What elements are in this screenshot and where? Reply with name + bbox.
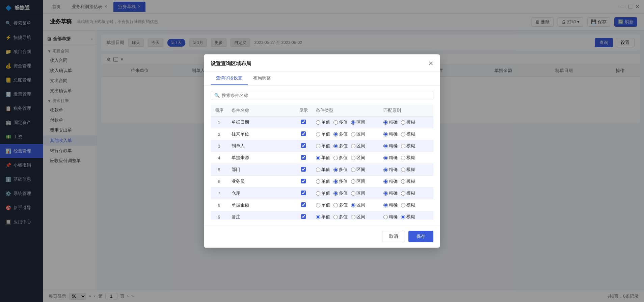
condition-type-radio-item[interactable]: 多值 — [333, 143, 348, 149]
match-rule-radio-item[interactable]: 精确 — [383, 143, 398, 149]
condition-type-radio-item[interactable]: 单值 — [316, 214, 330, 220]
condition-type-radio-item[interactable]: 多值 — [333, 119, 348, 125]
modal-cancel-button[interactable]: 取消 — [382, 231, 405, 242]
row-show-cell[interactable] — [295, 152, 312, 164]
show-checkbox[interactable] — [301, 143, 306, 148]
condition-type-radio-item[interactable]: 区间 — [351, 143, 365, 149]
condition-type-radio[interactable] — [351, 215, 355, 219]
match-rule-radio-item[interactable]: 精确 — [383, 131, 398, 137]
row-show-cell[interactable] — [295, 187, 312, 199]
condition-type-radio-item[interactable]: 单值 — [316, 119, 330, 125]
row-show-cell[interactable] — [295, 164, 312, 176]
condition-type-radio[interactable] — [351, 203, 355, 207]
match-rule-radio-item[interactable]: 精确 — [383, 178, 398, 184]
show-checkbox[interactable] — [301, 131, 306, 136]
condition-type-radio[interactable] — [333, 179, 338, 184]
row-show-cell[interactable] — [295, 140, 312, 152]
condition-type-radio-item[interactable]: 多值 — [333, 178, 348, 184]
condition-type-radio[interactable] — [333, 168, 338, 172]
match-rule-radio-item[interactable]: 模糊 — [401, 202, 415, 208]
show-checkbox[interactable] — [301, 167, 306, 172]
match-rule-radio[interactable] — [401, 191, 405, 196]
match-rule-radio-item[interactable]: 模糊 — [401, 143, 415, 149]
condition-type-radio-item[interactable]: 单值 — [316, 202, 330, 208]
show-checkbox[interactable] — [301, 214, 306, 219]
row-show-cell[interactable] — [295, 117, 312, 128]
condition-type-radio-item[interactable]: 区间 — [351, 190, 365, 196]
condition-type-radio-item[interactable]: 单值 — [316, 190, 330, 196]
modal-tab-query-fields[interactable]: 查询字段设置 — [211, 72, 248, 85]
show-checkbox[interactable] — [301, 179, 306, 183]
match-rule-radio-item[interactable]: 模糊 — [401, 214, 415, 220]
condition-type-radio[interactable] — [333, 132, 338, 136]
condition-type-radio-item[interactable]: 区间 — [351, 214, 365, 220]
match-rule-radio-item[interactable]: 模糊 — [401, 155, 415, 161]
condition-type-radio-item[interactable]: 区间 — [351, 155, 365, 161]
match-rule-radio[interactable] — [401, 120, 405, 125]
condition-type-radio-item[interactable]: 多值 — [333, 155, 348, 161]
condition-type-radio-item[interactable]: 区间 — [351, 202, 365, 208]
condition-type-radio-item[interactable]: 区间 — [351, 178, 365, 184]
match-rule-radio[interactable] — [383, 203, 388, 207]
match-rule-radio[interactable] — [383, 179, 388, 184]
condition-type-radio-item[interactable]: 区间 — [351, 119, 365, 125]
condition-type-radio[interactable] — [333, 156, 338, 160]
condition-type-radio-item[interactable]: 单值 — [316, 155, 330, 161]
match-rule-radio-item[interactable]: 精确 — [383, 214, 398, 220]
condition-type-radio-item[interactable]: 单值 — [316, 178, 330, 184]
condition-type-radio[interactable] — [351, 120, 355, 125]
condition-type-radio[interactable] — [351, 168, 355, 172]
condition-type-radio[interactable] — [316, 215, 320, 219]
match-rule-radio[interactable] — [401, 168, 405, 172]
condition-type-radio-item[interactable]: 单值 — [316, 143, 330, 149]
condition-type-radio[interactable] — [351, 179, 355, 184]
condition-type-radio[interactable] — [316, 179, 320, 184]
condition-type-radio[interactable] — [333, 191, 338, 196]
match-rule-radio-item[interactable]: 模糊 — [401, 178, 415, 184]
condition-type-radio[interactable] — [316, 168, 320, 172]
match-rule-radio[interactable] — [401, 132, 405, 136]
condition-type-radio[interactable] — [316, 144, 320, 148]
condition-type-radio-item[interactable]: 多值 — [333, 190, 348, 196]
condition-type-radio[interactable] — [316, 191, 320, 196]
show-checkbox[interactable] — [301, 155, 306, 160]
match-rule-radio[interactable] — [401, 144, 405, 148]
match-rule-radio[interactable] — [383, 156, 388, 160]
condition-type-radio-item[interactable]: 多值 — [333, 214, 348, 220]
match-rule-radio-item[interactable]: 精确 — [383, 119, 398, 125]
match-rule-radio[interactable] — [383, 168, 388, 172]
row-show-cell[interactable] — [295, 176, 312, 187]
condition-type-radio[interactable] — [333, 215, 338, 219]
match-rule-radio-item[interactable]: 模糊 — [401, 190, 415, 196]
modal-tab-layout[interactable]: 布局调整 — [248, 72, 276, 85]
condition-type-radio-item[interactable]: 多值 — [333, 131, 348, 137]
match-rule-radio-item[interactable]: 精确 — [383, 202, 398, 208]
condition-type-radio-item[interactable]: 单值 — [316, 131, 330, 137]
match-rule-radio-item[interactable]: 精确 — [383, 155, 398, 161]
condition-type-radio[interactable] — [351, 144, 355, 148]
match-rule-radio-item[interactable]: 模糊 — [401, 131, 415, 137]
match-rule-radio[interactable] — [401, 203, 405, 207]
match-rule-radio[interactable] — [383, 132, 388, 136]
match-rule-radio[interactable] — [383, 144, 388, 148]
match-rule-radio[interactable] — [401, 215, 405, 219]
condition-type-radio-item[interactable]: 多值 — [333, 167, 348, 173]
row-show-cell[interactable] — [295, 199, 312, 211]
condition-type-radio[interactable] — [316, 120, 320, 125]
show-checkbox[interactable] — [301, 120, 306, 124]
match-rule-radio-item[interactable]: 模糊 — [401, 119, 415, 125]
match-rule-radio-item[interactable]: 精确 — [383, 167, 398, 173]
modal-save-button[interactable]: 保存 — [408, 231, 433, 242]
condition-type-radio[interactable] — [316, 156, 320, 160]
match-rule-radio[interactable] — [383, 120, 388, 125]
match-rule-radio[interactable] — [401, 156, 405, 160]
condition-type-radio[interactable] — [333, 144, 338, 148]
modal-close-button[interactable]: ✕ — [428, 60, 433, 71]
match-rule-radio[interactable] — [383, 191, 388, 196]
condition-type-radio[interactable] — [351, 132, 355, 136]
show-checkbox[interactable] — [301, 191, 306, 195]
condition-type-radio-item[interactable]: 单值 — [316, 167, 330, 173]
condition-type-radio[interactable] — [333, 120, 338, 125]
condition-type-radio[interactable] — [316, 203, 320, 207]
match-rule-radio-item[interactable]: 模糊 — [401, 167, 415, 173]
